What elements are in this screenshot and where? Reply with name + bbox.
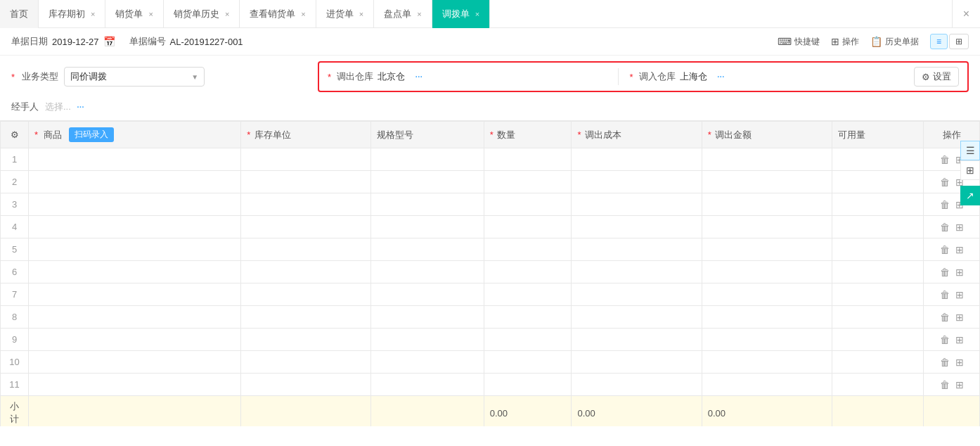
row-5-amount[interactable] — [702, 238, 832, 261]
row-4-cost[interactable] — [572, 216, 702, 238]
grid-view-button[interactable]: ⊞ — [960, 160, 980, 180]
row-3-cost[interactable] — [572, 193, 702, 216]
copy-row-9-icon[interactable]: ⊞ — [955, 334, 964, 345]
row-11-cost[interactable] — [572, 374, 702, 396]
row-10-cost[interactable] — [572, 351, 702, 374]
row-11-spec[interactable] — [371, 374, 484, 396]
row-5-qty[interactable] — [484, 238, 572, 261]
tab-inventory-init-close[interactable]: × — [91, 10, 95, 18]
row-11-amount[interactable] — [702, 374, 832, 396]
row-5-unit[interactable] — [241, 238, 371, 261]
row-7-qty[interactable] — [484, 283, 572, 306]
history-button[interactable]: 📋 历史单据 — [870, 36, 919, 48]
layout-btn-1[interactable]: ≡ — [930, 34, 948, 49]
row-4-product[interactable] — [29, 216, 241, 238]
delete-row-5-icon[interactable]: 🗑 — [940, 244, 950, 255]
row-8-unit[interactable] — [241, 306, 371, 329]
row-4-spec[interactable] — [371, 216, 484, 238]
in-warehouse-more-icon[interactable]: ··· — [717, 70, 724, 83]
tab-inventory-check-close[interactable]: × — [417, 10, 421, 18]
row-1-spec[interactable] — [371, 148, 484, 171]
row-11-unit[interactable] — [241, 374, 371, 396]
row-3-amount[interactable] — [702, 193, 832, 216]
row-11-qty[interactable] — [484, 374, 572, 396]
delete-row-4-icon[interactable]: 🗑 — [940, 222, 950, 233]
row-8-qty[interactable] — [484, 306, 572, 329]
row-10-product[interactable] — [29, 351, 241, 374]
tab-inventory-init[interactable]: 库存期初 × — [39, 0, 105, 28]
delete-row-9-icon[interactable]: 🗑 — [940, 334, 950, 345]
row-7-product[interactable] — [29, 283, 241, 306]
row-2-amount[interactable] — [702, 171, 832, 193]
expand-button[interactable]: ↗ — [960, 186, 980, 205]
delete-row-11-icon[interactable]: 🗑 — [940, 379, 950, 390]
business-type-select[interactable]: 同价调拨 ▼ — [64, 67, 205, 87]
row-5-product[interactable] — [29, 238, 241, 261]
row-9-cost[interactable] — [572, 329, 702, 351]
row-6-product[interactable] — [29, 261, 241, 283]
copy-row-10-icon[interactable]: ⊞ — [955, 357, 964, 368]
calendar-icon[interactable]: 📅 — [103, 36, 115, 47]
row-10-amount[interactable] — [702, 351, 832, 374]
operation-button[interactable]: ⊞ 操作 — [831, 36, 859, 48]
tab-transfer-order[interactable]: 调拨单 × — [432, 0, 490, 28]
row-8-amount[interactable] — [702, 306, 832, 329]
row-8-spec[interactable] — [371, 306, 484, 329]
row-10-unit[interactable] — [241, 351, 371, 374]
tab-inventory-check[interactable]: 盘点单 × — [374, 0, 432, 28]
tab-sales-order-close[interactable]: × — [148, 10, 153, 18]
scan-barcode-button[interactable]: 扫码录入 — [69, 127, 114, 142]
tab-purchase-order-close[interactable]: × — [359, 10, 363, 18]
handler-more-icon[interactable]: ··· — [77, 101, 84, 113]
shortcut-button[interactable]: ⌨ 快捷键 — [778, 36, 820, 48]
delete-row-6-icon[interactable]: 🗑 — [940, 267, 950, 278]
close-all-tabs-button[interactable]: × — [952, 0, 980, 28]
delete-row-1-icon[interactable]: 🗑 — [940, 154, 950, 165]
layout-btn-2[interactable]: ⊞ — [949, 34, 969, 49]
delete-row-2-icon[interactable]: 🗑 — [940, 177, 950, 188]
tab-sales-order[interactable]: 销货单 × — [105, 0, 163, 28]
tab-purchase-order[interactable]: 进货单 × — [316, 0, 374, 28]
copy-row-11-icon[interactable]: ⊞ — [955, 379, 964, 390]
row-4-qty[interactable] — [484, 216, 572, 238]
row-3-qty[interactable] — [484, 193, 572, 216]
row-9-spec[interactable] — [371, 329, 484, 351]
row-2-cost[interactable] — [572, 171, 702, 193]
tab-view-sales-close[interactable]: × — [301, 10, 305, 18]
row-1-cost[interactable] — [572, 148, 702, 171]
row-4-amount[interactable] — [702, 216, 832, 238]
row-1-unit[interactable] — [241, 148, 371, 171]
row-8-product[interactable] — [29, 306, 241, 329]
handler-select[interactable]: 选择... — [45, 101, 71, 113]
row-7-unit[interactable] — [241, 283, 371, 306]
row-6-unit[interactable] — [241, 261, 371, 283]
row-9-unit[interactable] — [241, 329, 371, 351]
row-2-product[interactable] — [29, 171, 241, 193]
tab-transfer-order-close[interactable]: × — [475, 10, 479, 18]
row-2-spec[interactable] — [371, 171, 484, 193]
tab-view-sales[interactable]: 查看销货单 × — [240, 0, 316, 28]
row-9-product[interactable] — [29, 329, 241, 351]
row-4-unit[interactable] — [241, 216, 371, 238]
row-6-spec[interactable] — [371, 261, 484, 283]
copy-row-6-icon[interactable]: ⊞ — [955, 267, 964, 278]
row-6-qty[interactable] — [484, 261, 572, 283]
copy-row-8-icon[interactable]: ⊞ — [955, 312, 964, 323]
tab-sales-history[interactable]: 销货单历史 × — [164, 0, 240, 28]
row-6-cost[interactable] — [572, 261, 702, 283]
delete-row-8-icon[interactable]: 🗑 — [940, 312, 950, 323]
row-2-unit[interactable] — [241, 171, 371, 193]
row-5-spec[interactable] — [371, 238, 484, 261]
row-2-qty[interactable] — [484, 171, 572, 193]
row-8-cost[interactable] — [572, 306, 702, 329]
delete-row-10-icon[interactable]: 🗑 — [940, 357, 950, 368]
copy-row-5-icon[interactable]: ⊞ — [955, 244, 964, 255]
copy-row-7-icon[interactable]: ⊞ — [955, 289, 964, 300]
th-gear[interactable]: ⚙ — [1, 122, 29, 148]
row-5-cost[interactable] — [572, 238, 702, 261]
delete-row-3-icon[interactable]: 🗑 — [940, 199, 950, 210]
row-6-amount[interactable] — [702, 261, 832, 283]
row-9-qty[interactable] — [484, 329, 572, 351]
row-3-product[interactable] — [29, 193, 241, 216]
copy-row-4-icon[interactable]: ⊞ — [955, 222, 964, 233]
